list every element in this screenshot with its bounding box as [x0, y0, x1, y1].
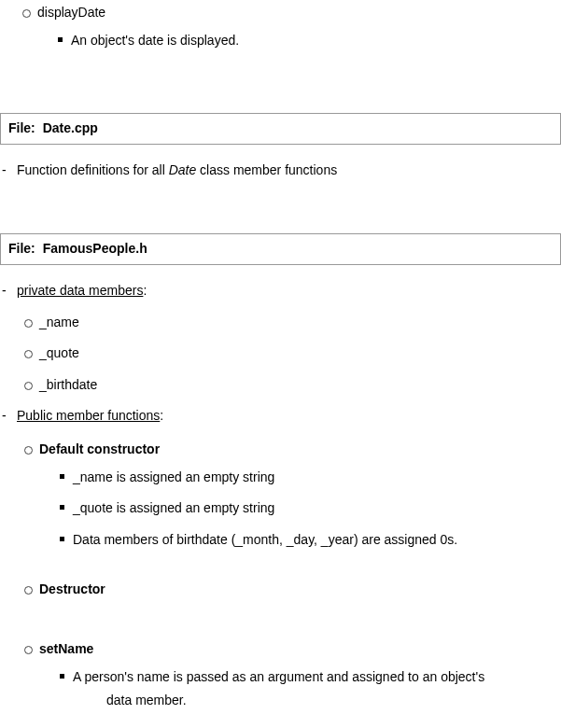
func-desc: An object's date is displayed.: [58, 32, 561, 50]
file-label: File:: [8, 120, 35, 135]
func-name: displayDate: [37, 5, 105, 20]
ctor-line1: _name is assigned an empty string: [60, 469, 561, 487]
func-display-date: displayDate An object's date is displaye…: [22, 4, 561, 49]
file-label: File:: [8, 241, 35, 256]
file-name: FamousPeople.h: [43, 241, 147, 256]
ctor-line3: Data members of birthdate (_month, _day,…: [60, 531, 561, 550]
private-heading: private data members: [17, 283, 143, 298]
destructor: Destructor: [24, 581, 561, 599]
member-birthdate: _birthdate: [24, 376, 561, 395]
file-name: Date.cpp: [43, 120, 98, 135]
default-constructor: Default constructor _name is assigned an…: [24, 441, 561, 549]
setname-func: setName A person's name is passed as an …: [24, 640, 561, 710]
file1-desc: Function definitions for all Date class …: [13, 161, 561, 180]
setname-desc: A person's name is passed as an argument…: [60, 668, 561, 710]
file-box-famouspeople-h: File: FamousPeople.h: [0, 233, 561, 265]
setname-title: setName: [39, 641, 93, 656]
public-functions-section: Public member functions: Default constru…: [13, 407, 561, 709]
setname-desc-l1: A person's name is passed as an argument…: [73, 669, 484, 684]
file1-desc-ital: Date: [169, 162, 197, 177]
setname-desc-l1b: data member.: [73, 692, 561, 710]
member-name: _name: [24, 314, 561, 332]
file1-desc-suffix: class member functions: [196, 162, 337, 177]
private-members-section: private data members: _name _quote _birt…: [13, 282, 561, 394]
file-box-date-cpp: File: Date.cpp: [0, 113, 561, 145]
ctor-title: Default constructor: [39, 441, 160, 456]
file1-desc-prefix: Function definitions for all: [17, 162, 169, 177]
ctor-line2: _quote is assigned an empty string: [60, 499, 561, 518]
member-quote: _quote: [24, 344, 561, 363]
public-heading: Public member functions: [17, 408, 160, 423]
dtor-title: Destructor: [39, 581, 105, 596]
